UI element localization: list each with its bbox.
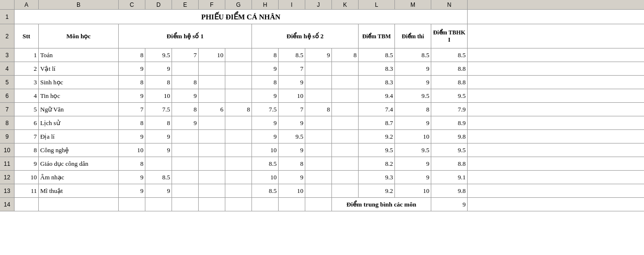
cell-7-k [332,103,359,116]
cell-8-d: 8 [145,116,172,129]
cell-13-g [225,184,252,197]
corner-cell [0,0,15,9]
cell-10-g [225,143,252,157]
cell-10-c: 10 [119,143,145,157]
cell-12-g [225,171,252,184]
cell-8-b: Lịch sử [39,116,119,129]
header-dtbhki: Điểm TBHK I [431,24,468,48]
spreadsheet: A B C D E F G H I J K L M N 1 PHIẾU ĐIỂM… [0,0,644,255]
cell-10-j [305,143,332,157]
row-num-4: 4 [0,62,15,75]
cell-13-n: 9.8 [431,184,468,197]
cell-14-b [39,198,119,211]
cell-5-d: 8 [145,76,172,89]
cell-13-h: 8.5 [252,184,279,197]
cell-5-h: 8 [252,76,279,89]
cell-12-f [199,171,225,184]
cell-13-l: 9.2 [359,184,395,197]
cell-5-a: 3 [15,76,39,89]
cell-3-c: 8 [119,48,145,62]
cell-12-d: 8.5 [145,171,172,184]
cell-8-c: 8 [119,116,145,129]
cell-12-m: 9 [395,171,431,184]
row-2: 2 Stt Môn học Điểm hệ số 1 Điểm hệ số 2 [0,24,644,48]
cell-9-b: Địa lí [39,130,119,143]
cell-4-i: 7 [279,62,305,75]
col-header-l: L [359,0,395,9]
cell-3-b: Toán [39,48,119,62]
cell-13-b: Mĩ thuật [39,184,119,197]
cell-4-b: Vật lí [39,62,119,75]
cell-3-f: 10 [199,48,225,62]
cell-7-c: 7 [119,103,145,116]
cell-6-b: Tin học [39,89,119,102]
cell-9-l: 9.2 [359,130,395,143]
cell-9-c: 9 [119,130,145,143]
cell-6-c: 9 [119,89,145,102]
row-14: 14 Điểm trung bình các môn 9 [0,198,644,211]
cell-11-j [305,157,332,170]
cell-5-b: Sinh học [39,76,119,89]
cell-11-f [199,157,225,170]
cell-6-a: 4 [15,89,39,102]
row-num-12: 12 [0,171,15,184]
cell-7-h: 7.5 [252,103,279,116]
cell-4-j [305,62,332,75]
cell-7-d: 7.5 [145,103,172,116]
row-10: 10 8 Công nghệ 10 9 10 9 9.5 9.5 9.5 [0,143,644,157]
cell-9-d: 9 [145,130,172,143]
cell-3-n: 8.5 [431,48,468,62]
cell-14-i [279,198,305,211]
cell-14-g [225,198,252,211]
cell-11-e [172,157,199,170]
cell-8-j [305,116,332,129]
cell-13-a: 11 [15,184,39,197]
row-12: 12 10 Âm nhạc 9 8.5 10 9 9.3 9 9.1 [0,171,644,184]
cell-10-f [199,143,225,157]
cell-10-a: 8 [15,143,39,157]
cell-4-n: 8.8 [431,62,468,75]
header-dhs1: Điểm hệ số 1 [119,24,252,48]
cell-7-m: 8 [395,103,431,116]
cell-11-m: 9 [395,157,431,170]
cell-10-i: 9 [279,143,305,157]
cell-5-c: 8 [119,76,145,89]
row-num-14: 14 [0,198,15,211]
cell-9-n: 9.8 [431,130,468,143]
cell-5-g [225,76,252,89]
col-header-n: N [431,0,468,9]
cell-9-k [332,130,359,143]
cell-11-d [145,157,172,170]
cell-8-g [225,116,252,129]
cell-6-n: 9.5 [431,89,468,102]
cell-8-a: 6 [15,116,39,129]
cell-7-g: 8 [225,103,252,116]
row-num-10: 10 [0,143,15,157]
cell-9-i: 9.5 [279,130,305,143]
footer-value: 9 [431,198,468,211]
cell-12-j [305,171,332,184]
cell-4-a: 2 [15,62,39,75]
cell-13-j [305,184,332,197]
cell-3-g [225,48,252,62]
row-13: 13 11 Mĩ thuật 9 9 8.5 10 9.2 10 9.8 [0,184,644,198]
row-num-7: 7 [0,103,15,116]
row-9: 9 7 Địa lí 9 9 9 9.5 9.2 10 9.8 [0,130,644,143]
cell-9-f [199,130,225,143]
cell-11-c: 8 [119,157,145,170]
row-4: 4 2 Vật lí 9 9 9 7 8.3 9 8.8 [0,62,644,76]
cell-12-a: 10 [15,171,39,184]
cell-12-h: 10 [252,171,279,184]
cell-14-f [199,198,225,211]
row-num-11: 11 [0,157,15,170]
cell-10-e [172,143,199,157]
cell-5-l: 8.3 [359,76,395,89]
cell-13-i: 10 [279,184,305,197]
cell-13-e [172,184,199,197]
cell-6-e: 9 [172,89,199,102]
cell-12-c: 9 [119,171,145,184]
cell-14-a [15,198,39,211]
col-header-k: K [332,0,359,9]
header-dtbm: Điểm TBM [359,24,395,48]
cell-3-l: 8.5 [359,48,395,62]
